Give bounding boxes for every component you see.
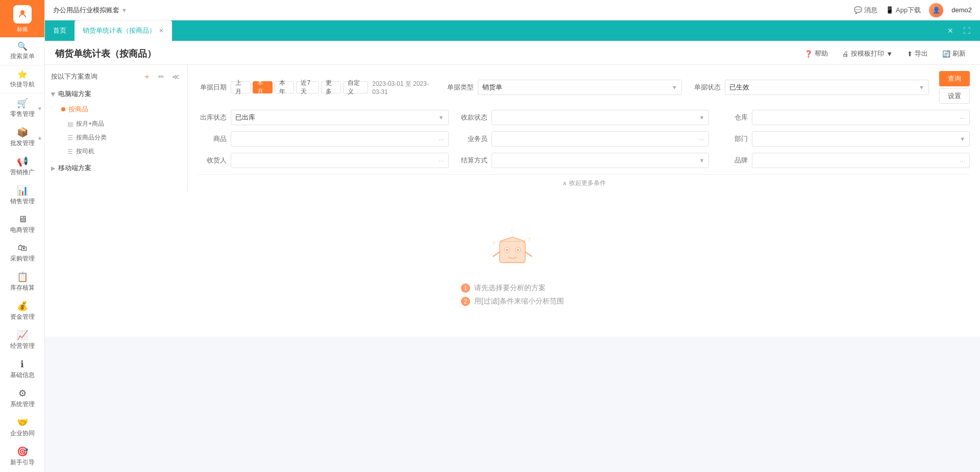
tab-home[interactable]: 首页 xyxy=(45,20,75,41)
sub-icon-2: ☰ xyxy=(67,134,73,141)
sub-icon-3: ☰ xyxy=(67,148,73,155)
sidebar-item-retail[interactable]: 🛒 零售管理 ▼ xyxy=(0,93,44,123)
empty-tip-1: 1 请先选择要分析的方案 xyxy=(461,284,564,293)
svg-rect-1 xyxy=(500,242,525,263)
expand-arrow-retail: ▼ xyxy=(37,105,42,111)
sidebar-item-guide[interactable]: 🎯 新手引导 xyxy=(0,442,44,471)
sidebar-item-inventory[interactable]: 📋 库存核算 xyxy=(0,267,44,296)
pc-group-arrow: ▶ xyxy=(50,92,57,96)
username[interactable]: demo2 xyxy=(951,6,972,14)
tip-num-1: 1 xyxy=(461,284,470,293)
warehouse-select[interactable]: ··· xyxy=(752,110,970,125)
tabbar: 首页 销货单统计表（按商品） ✕ ✕ ⛶ xyxy=(45,20,980,41)
tab-maximize-button[interactable]: ⛶ xyxy=(960,23,974,38)
scheme-group-pc-header[interactable]: ▶ 电脑端方案 xyxy=(45,86,187,102)
collapse-button[interactable]: ∧ 收起更多条件 xyxy=(562,179,606,187)
retail-icon: 🛒 xyxy=(17,98,28,109)
filter-field-payment: 结算方式 ▼ xyxy=(459,153,709,168)
avatar[interactable]: 👤 xyxy=(929,3,943,17)
filter-row-2: 出库状态 已出库 ▼ 收款状态 ▼ 仓库 xyxy=(198,110,970,125)
sidebar-item-operation[interactable]: 📈 经营管理 xyxy=(0,325,44,355)
print-button[interactable]: 🖨 按模板打印 ▼ xyxy=(838,47,897,60)
query-button[interactable]: 查询 xyxy=(939,71,970,86)
messages-action[interactable]: 💬 消息 xyxy=(854,6,877,15)
filter-field-docstatus: 单据状态 已生效 ▼ xyxy=(692,80,929,95)
refresh-icon: 🔄 xyxy=(942,50,950,58)
sidebar-quick-nav[interactable]: ⭐ 快捷导航 xyxy=(0,65,44,93)
scheme-item-by-month-product[interactable]: ▤ 按月+商品 xyxy=(45,117,187,131)
salesperson-select[interactable]: ··· xyxy=(492,131,709,147)
date-btn-more[interactable]: 更多 xyxy=(321,81,341,93)
outstatus-arrow: ▼ xyxy=(438,114,444,121)
collapse-arrow-icon: ∧ xyxy=(562,180,567,187)
mobile-group-name: 移动端方案 xyxy=(58,163,91,173)
tip-num-2: 2 xyxy=(461,297,470,306)
company-selector[interactable]: 办公用品行业模拟账套 ▼ xyxy=(53,6,127,15)
scheme-item-by-category[interactable]: ☰ 按商品分类 xyxy=(45,131,187,145)
product-select[interactable]: ··· xyxy=(231,131,449,147)
brand-label: 品牌 xyxy=(719,156,748,165)
sidebar-item-purchase[interactable]: 🛍 采购管理 xyxy=(0,239,44,267)
marketing-icon: 📢 xyxy=(17,156,28,167)
doctype-select[interactable]: 销货单 ▼ xyxy=(478,80,682,95)
sidebar-item-basic-info[interactable]: ℹ 基础信息 xyxy=(0,355,44,384)
sidebar-item-marketing[interactable]: 📢 营销推广 xyxy=(0,152,44,181)
warehouse-label: 仓库 xyxy=(719,113,748,122)
company-dropdown-arrow: ▼ xyxy=(121,7,127,13)
scheme-group-mobile-header[interactable]: ▶ 移动端方案 xyxy=(45,160,187,176)
warehouse-dots[interactable]: ··· xyxy=(960,114,965,122)
scheme-collapse-button[interactable]: ≪ xyxy=(170,71,181,82)
sidebar-item-finance[interactable]: 💰 资金管理 xyxy=(0,296,44,325)
sales-icon: 📊 xyxy=(17,185,28,196)
receiptstatus-label: 收款状态 xyxy=(459,113,487,122)
content-area: 销货单统计表（按商品） ❓ 帮助 🖨 按模板打印 ▼ ⬆ 导出 🔄 刷新 xyxy=(45,41,980,472)
receiptstatus-arrow: ▼ xyxy=(699,114,704,121)
filter-field-outstatus: 出库状态 已出库 ▼ xyxy=(198,110,449,125)
export-icon: ⬆ xyxy=(907,50,913,58)
payment-select[interactable]: ▼ xyxy=(492,153,709,168)
sidebar-item-system[interactable]: ⚙ 系统管理 xyxy=(0,384,44,413)
product-dots[interactable]: ··· xyxy=(438,135,444,143)
tab-close-button[interactable]: ✕ xyxy=(159,27,164,34)
scheme-edit-button[interactable]: ✏ xyxy=(156,71,167,82)
page-title: 销货单统计表（按商品） xyxy=(55,48,156,60)
brand-dots[interactable]: ··· xyxy=(960,157,965,164)
doctype-value: 销货单 xyxy=(482,83,672,92)
tab-sales-stat[interactable]: 销货单统计表（按商品） ✕ xyxy=(75,20,172,41)
receiptstatus-select[interactable]: ▼ xyxy=(492,110,709,125)
tab-minimize-button[interactable]: ✕ xyxy=(943,23,958,38)
brand-select[interactable]: ··· xyxy=(752,153,970,168)
receiver-dots[interactable]: ··· xyxy=(438,157,444,164)
docstatus-select[interactable]: 已生效 ▼ xyxy=(725,80,929,95)
export-button[interactable]: ⬆ 导出 xyxy=(903,47,932,60)
download-action[interactable]: 📱 App下载 xyxy=(886,6,921,15)
department-arrow: ▼ xyxy=(960,136,965,142)
sidebar-item-wholesale[interactable]: 📦 批发管理 ▲ xyxy=(0,123,44,152)
help-button[interactable]: ❓ 帮助 xyxy=(800,47,832,60)
filter-field-warehouse: 仓库 ··· xyxy=(719,110,970,125)
scheme-item-by-product[interactable]: 按商品 xyxy=(45,102,187,117)
date-btn-this-year[interactable]: 本年 xyxy=(275,81,295,93)
settings-button[interactable]: 设置 xyxy=(939,88,970,104)
scheme-item-by-driver[interactable]: ☰ 按司机 xyxy=(45,145,187,158)
date-btn-7days[interactable]: 近7天 xyxy=(296,81,319,93)
date-btn-last-month[interactable]: 上月 xyxy=(231,81,251,93)
outstatus-select[interactable]: 已出库 ▼ xyxy=(231,110,449,125)
company-name: 办公用品行业模拟账套 xyxy=(53,6,119,15)
ecommerce-icon: 🖥 xyxy=(18,214,27,225)
collapse-row[interactable]: ∧ 收起更多条件 xyxy=(198,174,970,192)
salesperson-dots[interactable]: ··· xyxy=(699,135,705,143)
scheme-add-button[interactable]: ＋ xyxy=(141,71,153,82)
date-btn-this-month[interactable]: 本月 xyxy=(253,81,273,93)
receiver-select[interactable]: ··· xyxy=(231,153,449,168)
refresh-button[interactable]: 🔄 刷新 xyxy=(938,47,970,60)
sidebar-item-ecommerce[interactable]: 🖥 电商管理 xyxy=(0,210,44,239)
sidebar-item-collab[interactable]: 🤝 企业协同 xyxy=(0,413,44,442)
sidebar-item-sales[interactable]: 📊 销售管理 xyxy=(0,181,44,210)
expand-arrow-wholesale: ▲ xyxy=(37,134,42,140)
department-select[interactable]: ▼ xyxy=(752,131,970,147)
date-btn-custom[interactable]: 自定义 xyxy=(343,81,368,93)
message-icon: 💬 xyxy=(854,6,862,14)
sidebar-search[interactable]: 🔍 搜索菜单 xyxy=(0,37,44,65)
logo-area[interactable]: 标账 xyxy=(0,0,44,37)
